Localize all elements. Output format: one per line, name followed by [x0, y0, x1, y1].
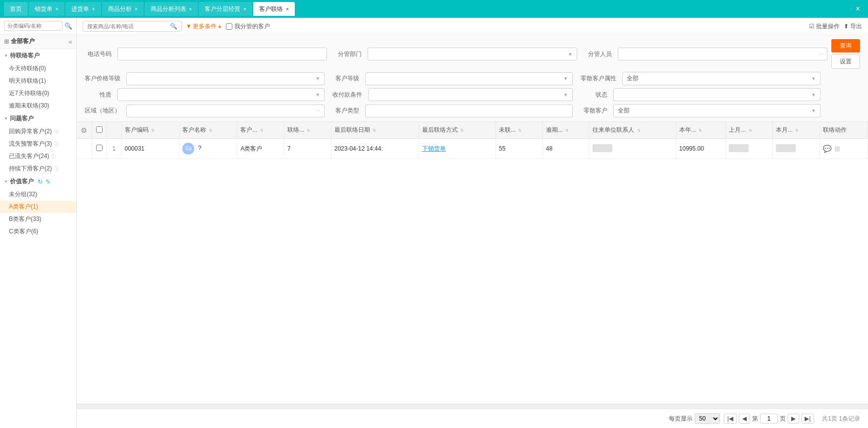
select-all-checkbox[interactable] — [96, 126, 103, 133]
last-page-button[interactable]: ▶| — [801, 414, 814, 424]
col-name-sort[interactable]: ⇅ — [209, 128, 213, 133]
tab-customer-contact-close[interactable]: × — [286, 6, 289, 12]
chat-icon[interactable]: 💬 — [823, 145, 831, 153]
person-input[interactable]: ··· — [618, 48, 827, 60]
sidebar-section-pending: ▼ 待联络客户 今天待联络(0) 明天待联络(1) 近7天待联络(0) 逾期未联… — [0, 49, 76, 112]
gear-icon[interactable]: ⚙ — [81, 126, 87, 134]
next-page-button[interactable]: ▶ — [788, 414, 799, 424]
sidebar-item-churn-warning[interactable]: 流失预警客户(3) ⓘ — [0, 138, 76, 150]
col-type-sort[interactable]: ⇅ — [260, 128, 264, 133]
retail-input[interactable]: 全部 ▼ — [613, 104, 820, 117]
sidebar-item-repeat-abnormal[interactable]: 回购异常客户(2) ⓘ — [0, 125, 76, 138]
tab-purchase[interactable]: 进货单 × — [65, 2, 101, 16]
query-button[interactable]: 查询 — [831, 39, 860, 53]
sidebar-item-declining[interactable]: 持续下滑客户(2) ⓘ — [0, 162, 76, 175]
sidebar-section-value-header[interactable]: ▼ 价值客户 ↻ ✎ — [0, 175, 76, 188]
sidebar-item-class-c[interactable]: C类客户(6) — [0, 225, 76, 238]
sidebar-item-ungroup[interactable]: 未分组(32) — [0, 188, 76, 201]
col-lmonth-sort[interactable]: ⇅ — [749, 128, 752, 133]
payment-input[interactable]: ▼ — [368, 88, 572, 101]
status-input[interactable]: ▼ — [613, 88, 820, 101]
refresh-icon[interactable]: ↻ — [38, 178, 43, 185]
sidebar-collapse-icon[interactable]: « — [68, 38, 72, 46]
region-input[interactable]: ··· — [126, 105, 325, 117]
sidebar-search-icon[interactable]: 🔍 — [64, 22, 72, 30]
col-checkbox — [92, 122, 107, 139]
first-page-button[interactable]: |◀ — [724, 414, 737, 424]
tab-purchase-close[interactable]: × — [92, 6, 95, 12]
filter-search-input[interactable] — [87, 23, 168, 29]
tab-analysis[interactable]: 商品分析 × — [102, 2, 144, 16]
col-unit-sort[interactable]: ⇅ — [637, 128, 641, 133]
row-checkbox[interactable] — [96, 145, 103, 151]
filter-search-box[interactable]: 🔍 — [83, 21, 182, 32]
my-customers-label: 我分管的客户 — [234, 22, 270, 31]
per-page-select[interactable]: 50 100 200 — [695, 413, 720, 424]
col-last-month-label: 上月... — [729, 126, 746, 133]
dept-input[interactable]: ▼ — [368, 48, 577, 60]
repeat-abnormal-label: 回购异常客户(2) — [9, 127, 52, 136]
row-this-month-value — [776, 144, 796, 152]
phone-input[interactable] — [117, 48, 327, 60]
qr-icon[interactable]: ⊞ — [834, 145, 840, 153]
sidebar-section-pending-header[interactable]: ▼ 待联络客户 — [0, 49, 76, 62]
sidebar-item-7days[interactable]: 近7天待联络(0) — [0, 87, 76, 100]
bottom-scrollbar[interactable] — [77, 404, 868, 409]
tab-analysis-list-label: 商品分析列表 — [151, 5, 186, 13]
row-no-contact: 55 — [496, 139, 543, 159]
sidebar-item-today[interactable]: 今天待联络(0) — [0, 62, 76, 75]
more-conditions-btn[interactable]: ▼ 更多条件 ▲ — [186, 22, 222, 31]
settings-button[interactable]: 设置 — [831, 54, 860, 69]
filter-cell-retail: 零散客户 全部 ▼ — [581, 104, 820, 117]
customer-type-input[interactable] — [365, 105, 572, 117]
dept-arrow: ▼ — [568, 52, 573, 57]
filter-cell-price-level: 客户价格等级 ▼ — [85, 72, 325, 85]
sidebar-item-class-b[interactable]: B类客户(33) — [0, 213, 76, 225]
my-customers-checkbox[interactable] — [226, 23, 232, 30]
export-button[interactable]: ⬆ 导出 — [844, 22, 862, 31]
price-level-input[interactable]: ▼ — [126, 72, 325, 85]
col-unit-contact-label: 往来单位联系人 — [593, 126, 634, 133]
tab-customer-layer[interactable]: 客户分层经营 × — [199, 2, 252, 16]
customer-level-input[interactable]: ▼ — [365, 72, 572, 85]
tab-home[interactable]: 首页 — [4, 2, 28, 16]
filter-search-icon[interactable]: 🔍 — [170, 23, 177, 30]
tab-customer-layer-close[interactable]: × — [243, 6, 246, 12]
close-app-button[interactable]: × — [852, 2, 864, 15]
tab-sales[interactable]: 销货单 × — [29, 2, 64, 16]
sidebar-item-overdue[interactable]: 逾期未联络(30) — [0, 100, 76, 112]
col-contact-sort[interactable]: ⇅ — [307, 128, 310, 133]
tab-analysis-close[interactable]: × — [135, 6, 138, 12]
nature-input[interactable]: ▼ — [117, 88, 325, 101]
my-customers-filter: 我分管的客户 — [226, 22, 270, 31]
col-year-sort[interactable]: ⇅ — [699, 128, 702, 133]
col-overdue-sort[interactable]: ⇅ — [565, 128, 569, 133]
col-tmonth-sort[interactable]: ⇅ — [795, 128, 799, 133]
sidebar-item-overdue-label: 逾期未联络(30) — [9, 102, 49, 110]
col-nocontact-sort[interactable]: ⇅ — [518, 128, 522, 133]
triangle-icon: ▼ — [4, 54, 8, 58]
retail-attr-input[interactable]: 全部 ▼ — [622, 72, 820, 85]
tab-customer-contact[interactable]: 客户联络 × — [253, 2, 295, 16]
col-code-sort[interactable]: ⇅ — [151, 128, 155, 133]
price-level-label: 客户价格等级 — [85, 74, 123, 83]
edit-icon[interactable]: ✎ — [46, 178, 51, 185]
tab-sales-close[interactable]: × — [55, 6, 58, 12]
batch-ops-button[interactable]: ☑ 批量操作 — [809, 22, 840, 31]
prev-page-button[interactable]: ◀ — [739, 414, 750, 424]
page-number-input[interactable] — [760, 414, 778, 424]
sidebar-item-tomorrow[interactable]: 明天待联络(1) — [0, 75, 76, 87]
filter-funnel-icon: ▼ — [186, 23, 192, 30]
contact-method-link[interactable]: 下销货单 — [422, 145, 446, 152]
tab-analysis-list-close[interactable]: × — [189, 6, 192, 12]
sidebar-search-input[interactable] — [4, 21, 62, 31]
tab-analysis-list[interactable]: 商品分析列表 × — [145, 2, 198, 16]
filter-cell-customer-type: 客户类型 — [332, 105, 572, 117]
sidebar-section-value: ▼ 价值客户 ↻ ✎ 未分组(32) A类客户(1) B类客户(33) C类客户… — [0, 175, 76, 238]
sidebar-item-class-a[interactable]: A类客户(1) — [0, 201, 76, 213]
col-date-sort[interactable]: ⇅ — [373, 128, 376, 133]
sidebar-item-tomorrow-label: 明天待联络(1) — [9, 77, 46, 85]
sidebar-section-problem-header[interactable]: ▼ 问题客户 — [0, 112, 76, 125]
col-method-sort[interactable]: ⇅ — [460, 128, 464, 133]
sidebar-item-churned[interactable]: 已流失客户(24) ⓘ — [0, 150, 76, 162]
